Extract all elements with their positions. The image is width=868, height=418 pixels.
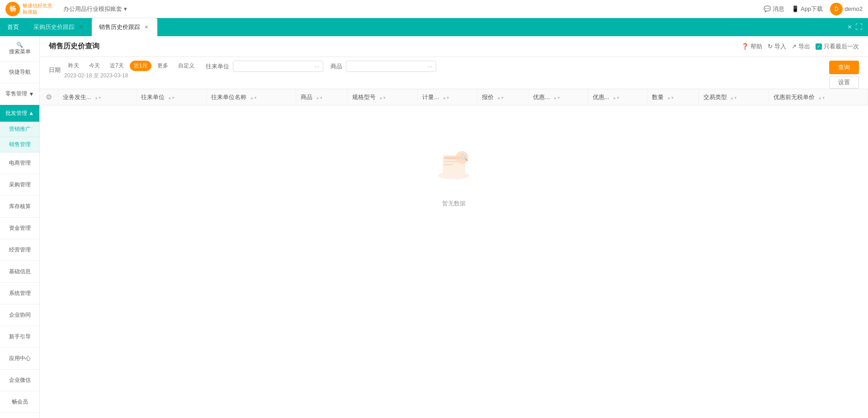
goods-input[interactable] [350, 63, 427, 70]
table-header: ⚙ 业务发生... ▲▼ 往来单位 ▲▼ 往来单位名称 ▲▼ [40, 89, 868, 105]
chevron-down-icon: ▾ [124, 5, 127, 12]
date-btn-yesterday[interactable]: 昨天 [64, 61, 83, 71]
sort-arrows-partner: ▲▼ [168, 96, 175, 100]
sidebar-item-search[interactable]: 🔍 搜索菜单 [0, 36, 39, 62]
sidebar-finance-label: 资金管理 [9, 224, 31, 232]
sidebar-system-label: 系统管理 [9, 290, 31, 297]
sidebar-item-purchase[interactable]: 采购管理 [0, 174, 39, 196]
tab-home-label: 首页 [7, 23, 19, 31]
sidebar-item-appcenter[interactable]: 应用中心 [0, 348, 39, 370]
svg-rect-3 [444, 161, 458, 162]
sidebar-item-quick-nav[interactable]: 快捷导航 [0, 62, 39, 83]
settings-gear-icon[interactable]: ⚙ [46, 93, 52, 101]
export-button[interactable]: ↗ 导出 [792, 43, 810, 51]
partner-input-container[interactable]: ··· [233, 61, 323, 72]
tab-purchase-history[interactable]: 采购历史价跟踪 × [26, 18, 92, 36]
sidebar-sales-label: 销售管理 [9, 141, 31, 147]
sidebar-item-retail[interactable]: 零售管理 ▼ [0, 83, 39, 105]
col-qty[interactable]: 数量 ▲▼ [647, 89, 698, 105]
app-download-button[interactable]: 📱 App下载 [792, 5, 823, 13]
topbar: 畅 畅捷信好生意 标准版 办公用品行业模拟账套 ▾ 💬 消息 📱 App下载 D… [0, 0, 868, 18]
tab-purchase-close[interactable]: × [77, 24, 85, 31]
tab-home[interactable]: 首页 [0, 18, 26, 36]
sidebar-item-operations[interactable]: 经营管理 [0, 239, 39, 261]
sidebar-item-basics[interactable]: 基础信息 [0, 261, 39, 283]
empty-text: 暂无数据 [442, 200, 466, 208]
col-pretax-price[interactable]: 优惠前无税单价 ▲▼ [769, 89, 868, 105]
partner-input[interactable] [237, 63, 314, 70]
empty-svg: 🔍 [431, 142, 476, 187]
col-biz-date[interactable]: 业务发生... ▲▼ [58, 89, 136, 105]
date-btn-more[interactable]: 更多 [153, 61, 172, 71]
col-discount2[interactable]: 优惠... ▲▼ [588, 89, 647, 105]
col-discount1[interactable]: 优惠... ▲▼ [528, 89, 588, 105]
date-btn-7days[interactable]: 近7天 [106, 61, 128, 71]
col-trade-type[interactable]: 交易类型 ▲▼ [698, 89, 769, 105]
app-download-label: App下载 [801, 5, 823, 13]
import-button[interactable]: ↻ 导入 [768, 43, 786, 51]
app-selector[interactable]: 办公用品行业模拟账套 ▾ [63, 5, 127, 13]
window-maximize-button[interactable]: ⛶ [855, 23, 863, 31]
date-btn-custom[interactable]: 自定义 [174, 61, 198, 71]
sidebar-newbie-label: 新手引导 [9, 333, 31, 341]
sort-arrows-price: ▲▼ [497, 96, 504, 100]
col-partner-code[interactable]: 往来单位 ▲▼ [136, 89, 207, 105]
sidebar-inventory-label: 库存核算 [9, 203, 31, 210]
message-button[interactable]: 💬 消息 [764, 5, 784, 13]
goods-filter-label: 商品 [330, 62, 342, 71]
col-settings[interactable]: ⚙ [40, 89, 58, 105]
tab-sales-close[interactable]: × [143, 24, 150, 31]
data-table: ⚙ 业务发生... ▲▼ 往来单位 ▲▼ 往来单位名称 ▲▼ [40, 89, 868, 105]
col-goods[interactable]: 商品 ▲▼ [296, 89, 348, 105]
only-last-checkbox[interactable]: ✓ [816, 43, 822, 50]
sidebar-item-system[interactable]: 系统管理 [0, 283, 39, 304]
sidebar-item-wechat[interactable]: 企业微信 [0, 370, 39, 391]
sidebar-wechat-label: 企业微信 [9, 376, 31, 384]
goods-input-dots[interactable]: ··· [428, 63, 433, 70]
date-btn-today[interactable]: 今天 [85, 61, 104, 71]
sidebar-item-member[interactable]: 畅会员 [0, 391, 39, 413]
page-title: 销售历史价查询 [49, 42, 99, 51]
col-partner-name[interactable]: 往来单位名称 ▲▼ [207, 89, 296, 105]
sidebar-member-label: 畅会员 [12, 398, 28, 406]
window-close-button[interactable]: × [848, 23, 852, 31]
sidebar-item-enterprise[interactable]: 企业协同 [0, 304, 39, 326]
user-menu[interactable]: D demo2 [830, 3, 863, 15]
tab-sales-history[interactable]: 销售历史价跟踪 × [92, 18, 157, 36]
svg-rect-4 [444, 164, 453, 166]
sort-arrows-spec: ▲▼ [379, 96, 386, 100]
goods-input-container[interactable]: ··· [346, 61, 436, 72]
partner-filter-group: 往来单位 ··· [206, 61, 323, 72]
help-button[interactable]: ❓ 帮助 [741, 43, 762, 51]
avatar: D [830, 3, 843, 15]
setting-button[interactable]: 设置 [829, 76, 859, 89]
message-label: 消息 [773, 5, 784, 13]
tab-purchase-label: 采购历史价跟踪 [33, 23, 75, 31]
topbar-left: 畅 畅捷信好生意 标准版 办公用品行业模拟账套 ▾ [5, 2, 127, 16]
chevron-down-icon-retail: ▼ [29, 91, 34, 97]
sidebar-item-newbie[interactable]: 新手引导 [0, 326, 39, 348]
sidebar-sub-sales[interactable]: 销售管理 [0, 137, 39, 152]
col-price[interactable]: 报价 ▲▼ [477, 89, 528, 105]
date-btn-1month[interactable]: 近1月 [130, 61, 152, 71]
message-icon: 💬 [764, 5, 771, 12]
only-last-toggle[interactable]: ✓ 只看最后一次 [816, 43, 859, 51]
sidebar-item-ecommerce[interactable]: 电商管理 [0, 152, 39, 174]
user-label: demo2 [844, 5, 863, 12]
logo-area[interactable]: 畅 畅捷信好生意 标准版 [5, 2, 52, 16]
col-spec[interactable]: 规格型号 ▲▼ [347, 89, 418, 105]
sidebar-item-finance[interactable]: 资金管理 [0, 218, 39, 239]
sidebar-item-inventory[interactable]: 库存核算 [0, 196, 39, 218]
table-header-row: ⚙ 业务发生... ▲▼ 往来单位 ▲▼ 往来单位名称 ▲▼ [40, 89, 868, 105]
help-icon: ❓ [741, 43, 749, 50]
col-unit[interactable]: 计量... ▲▼ [418, 89, 477, 105]
sort-arrows-biz-date: ▲▼ [94, 96, 102, 100]
sidebar-sub-marketing[interactable]: 营销推广 [0, 122, 39, 137]
search-icon: 🔍 [16, 42, 23, 48]
sort-arrows-qty: ▲▼ [667, 96, 674, 100]
partner-input-dots[interactable]: ··· [315, 63, 320, 70]
sort-arrows-partner-name: ▲▼ [250, 96, 257, 100]
sidebar-item-wholesale[interactable]: 批发管理 ▲ [0, 105, 39, 122]
import-icon: ↻ [768, 43, 773, 50]
search-button[interactable]: 查询 [829, 61, 859, 74]
